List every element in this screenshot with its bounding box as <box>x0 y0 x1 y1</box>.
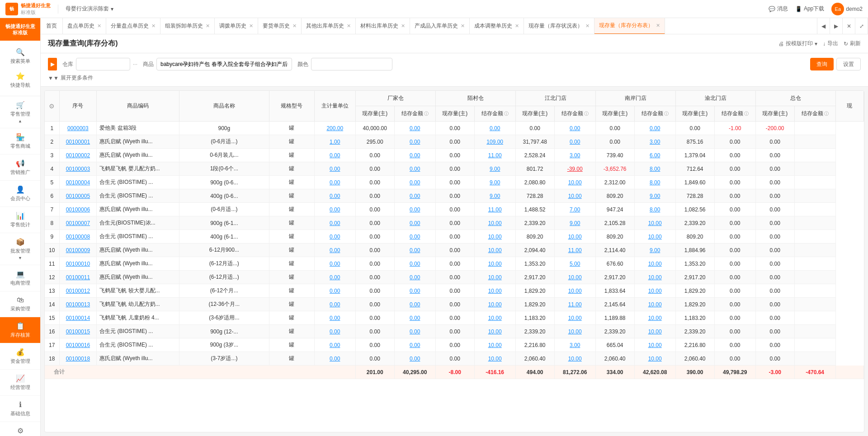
cell-link[interactable]: 0.00 <box>410 179 420 186</box>
cell-link[interactable]: 0.00 <box>330 152 340 159</box>
info-icon[interactable]: ⓘ <box>584 111 589 117</box>
cell-link[interactable]: 9.00 <box>490 166 500 172</box>
cell-link[interactable]: 0.00 <box>410 166 420 172</box>
expand-triangle-btn[interactable]: ▶ <box>48 58 57 70</box>
cell-link[interactable]: 10.00 <box>568 274 582 281</box>
cell-link[interactable]: 0.00 <box>330 301 340 308</box>
sidebar-item-finance[interactable]: 💰 资金管理 <box>0 343 40 370</box>
cell-link[interactable]: 9.00 <box>490 179 500 186</box>
cell-link[interactable]: 0.00 <box>330 166 340 172</box>
cell-link[interactable]: 11.00 <box>488 152 502 159</box>
query-button[interactable]: 查询 <box>810 58 834 70</box>
cell-link[interactable]: 10.00 <box>648 328 662 335</box>
close-icon[interactable]: ✕ <box>585 23 590 29</box>
cell-link[interactable]: 0.00 <box>410 234 420 240</box>
filter-expand-btn[interactable]: ▼▼ 展开更多条件 <box>48 74 861 82</box>
cell-link[interactable]: 11.00 <box>568 247 582 253</box>
cell-link[interactable]: 0.00 <box>410 288 420 294</box>
close-icon[interactable]: ✕ <box>249 23 253 29</box>
cell-link[interactable]: 0.00 <box>330 220 340 226</box>
cell-link[interactable]: 0.00 <box>330 179 340 186</box>
cell-link[interactable]: 11.00 <box>488 206 502 213</box>
tab-fenpan[interactable]: 分量盘点单历史 ✕ <box>106 18 160 34</box>
cell-link[interactable]: 10.00 <box>488 261 502 267</box>
cell-link[interactable]: 3.00 <box>570 152 580 159</box>
export-btn[interactable]: ↓ 导出 <box>823 40 838 47</box>
cell-link[interactable]: 1.00 <box>330 139 340 145</box>
cell-link[interactable]: 10.00 <box>488 234 502 240</box>
cell-link[interactable]: 0.00 <box>410 193 420 199</box>
tab-expand-btn[interactable]: ⤢ <box>855 18 868 34</box>
cell-link[interactable]: 0.00 <box>410 125 420 131</box>
info-icon[interactable]: ⓘ <box>824 111 829 117</box>
cell-link[interactable]: 10.00 <box>568 288 582 294</box>
warehouse-input[interactable] <box>76 58 130 70</box>
cell-link[interactable]: 10.00 <box>568 234 582 240</box>
cell-link[interactable]: 0.00 <box>330 315 340 321</box>
sidebar-item-basic[interactable]: ℹ 基础信息 <box>0 396 40 422</box>
cell-link[interactable]: 10.00 <box>488 274 502 281</box>
cell-link[interactable]: 0.00 <box>330 356 340 362</box>
info-icon[interactable]: ⓘ <box>744 111 749 117</box>
cell-link[interactable]: 10.00 <box>648 288 662 294</box>
cell-link[interactable]: 9.00 <box>650 247 660 253</box>
info-icon[interactable]: ⓘ <box>664 111 669 117</box>
product-input[interactable] <box>156 58 292 70</box>
cell-link[interactable]: 0.00 <box>410 247 420 253</box>
cell-link[interactable]: 10.00 <box>648 274 662 281</box>
cell-link[interactable]: 7.00 <box>570 206 580 213</box>
cell-link[interactable]: 0.00 <box>410 342 420 348</box>
close-icon[interactable]: ✕ <box>97 23 101 29</box>
cell-link[interactable]: 10.00 <box>648 261 662 267</box>
cell-link[interactable]: 0.00 <box>330 288 340 294</box>
cell-link[interactable]: 10.00 <box>568 193 582 199</box>
sidebar-item-retail-stats[interactable]: 📊 零售统计 <box>0 207 40 233</box>
tab-chuku[interactable]: 其他出库单历史 ✕ <box>302 18 356 34</box>
cell-link[interactable]: 0.00 <box>330 247 340 253</box>
cell-link[interactable]: 0.00 <box>490 125 500 131</box>
sidebar-item-system[interactable]: ⚙ 系统管理 <box>0 422 40 436</box>
cell-link[interactable]: 0.00 <box>570 139 580 145</box>
close-icon[interactable]: ✕ <box>347 23 351 29</box>
cell-link[interactable]: 0.00 <box>330 234 340 240</box>
cell-link[interactable]: 0.00 <box>410 206 420 213</box>
gear-icon[interactable]: ⚙ <box>49 103 55 110</box>
close-icon[interactable]: ✕ <box>292 23 297 29</box>
close-icon[interactable]: ✕ <box>461 23 465 29</box>
sidebar-item-retail-mgmt[interactable]: 🛒 零售管理 ▲ <box>0 96 40 128</box>
cell-link[interactable]: 10.00 <box>648 234 662 240</box>
tab-pandian[interactable]: 盘点单历史 ✕ <box>63 18 106 34</box>
cell-link[interactable]: 10.00 <box>568 356 582 362</box>
cell-link[interactable]: 5.00 <box>570 261 580 267</box>
tab-next-btn[interactable]: ▶ <box>830 18 843 34</box>
cell-link[interactable]: 0.00 <box>410 139 420 145</box>
message-btn[interactable]: 💬 消息 <box>769 5 788 13</box>
cell-link[interactable]: 6.00 <box>650 152 660 159</box>
cell-link[interactable]: 10.00 <box>648 220 662 226</box>
cell-link[interactable]: 10.00 <box>488 356 502 362</box>
cell-link[interactable]: 10.00 <box>648 315 662 321</box>
cell-link[interactable]: 10.00 <box>488 288 502 294</box>
cell-link[interactable]: 0.00 <box>410 356 420 362</box>
cell-link[interactable]: 0.00 <box>330 328 340 335</box>
tab-zuzhuang[interactable]: 组装拆卸单历史 ✕ <box>160 18 215 34</box>
tab-chengben[interactable]: 成本调整单历史 ✕ <box>470 18 524 34</box>
tab-yaohuo[interactable]: 要货单历史 ✕ <box>258 18 302 34</box>
cell-link[interactable]: 10.00 <box>488 315 502 321</box>
cell-link[interactable]: 0.00 <box>330 206 340 213</box>
cell-link[interactable]: 109.00 <box>486 139 503 145</box>
refresh-btn[interactable]: ↻ 刷新 <box>844 40 861 47</box>
user-menu[interactable]: Ea demo2 <box>831 3 863 15</box>
cell-link[interactable]: 11.00 <box>568 301 582 308</box>
cell-link[interactable]: 9.00 <box>490 193 500 199</box>
app-download-btn[interactable]: 📱 App下载 <box>795 5 824 13</box>
print-btn[interactable]: 🖨 按模版打印 ▾ <box>778 40 817 47</box>
info-icon[interactable]: ⓘ <box>424 111 429 117</box>
sidebar-item-search[interactable]: 🔍 搜索英单 <box>4 44 37 68</box>
tab-chanchenpin[interactable]: 产成品入库单历史 ✕ <box>410 18 470 34</box>
tab-home[interactable]: 首页 <box>41 18 63 34</box>
cell-link[interactable]: 9.00 <box>650 193 660 199</box>
tab-cailiao[interactable]: 材料出库单历史 ✕ <box>356 18 410 34</box>
sidebar-item-marketing[interactable]: 📢 营销推广 <box>0 155 40 181</box>
sidebar-item-ecommerce[interactable]: 💻 电商管理 <box>0 265 40 291</box>
